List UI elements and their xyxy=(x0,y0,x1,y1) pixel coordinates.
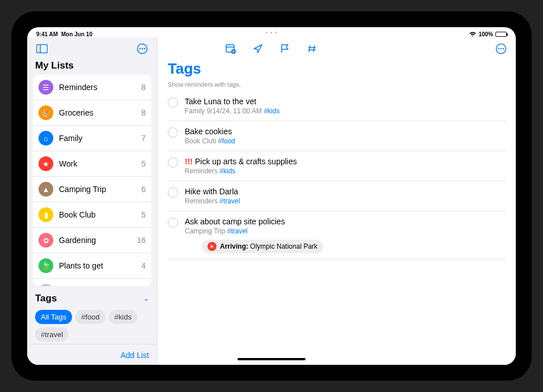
list-count: 4 xyxy=(141,261,146,270)
complete-radio[interactable] xyxy=(168,127,178,138)
location-pin-icon: ➤ xyxy=(207,242,217,251)
sidebar: My Lists ☰ Reminders 8 🧺 Groceries 8 ⌂ F… xyxy=(27,37,158,365)
sidebar-list-item[interactable]: ☰ Reminders 8 xyxy=(33,75,151,100)
sidebar-list-item[interactable]: ▮ Book Club 5 xyxy=(33,202,151,228)
complete-radio[interactable] xyxy=(168,97,178,108)
reminder-title: Bake cookies xyxy=(185,127,506,136)
reminder-subtitle: Camping Trip #travel xyxy=(185,227,506,235)
home-indicator[interactable] xyxy=(237,358,306,360)
chevron-down-icon[interactable]: ⌄ xyxy=(143,295,149,302)
list-icon: ⌂ xyxy=(39,131,53,146)
list-name: Reminders xyxy=(59,83,141,92)
reminder-title: Ask about camp site policies xyxy=(185,217,506,226)
complete-radio[interactable] xyxy=(168,188,178,198)
status-time: 9:41 AM xyxy=(36,31,58,37)
reminder-tag[interactable]: #travel xyxy=(227,227,248,235)
tag-chip[interactable]: #food xyxy=(75,310,105,324)
list-count: 8 xyxy=(141,83,146,92)
more-options-icon[interactable] xyxy=(494,42,508,56)
complete-radio[interactable] xyxy=(168,157,178,168)
tag-chip[interactable]: #kids xyxy=(109,310,137,324)
reminder-tag[interactable]: #kids xyxy=(264,107,279,115)
list-name: Groceries xyxy=(59,108,141,117)
sidebar-section-title: My Lists xyxy=(27,58,157,75)
tag-chip[interactable]: All Tags xyxy=(35,310,72,324)
list-icon: ▲ xyxy=(39,182,53,197)
reminder-tag[interactable]: #food xyxy=(218,137,235,145)
more-options-icon[interactable] xyxy=(135,42,149,56)
arriving-badge: ➤ Arriving: Olympic National Park xyxy=(202,240,323,253)
sidebar-list-item[interactable]: 🧺 Groceries 8 xyxy=(33,100,151,126)
tags-section-title: Tags xyxy=(35,293,57,304)
list-count: 6 xyxy=(141,185,146,194)
sidebar-list-item[interactable]: 🍃 Plants to get 4 xyxy=(33,253,151,279)
list-icon: 🧺 xyxy=(39,105,53,120)
reminder-item[interactable]: Bake cookies Book Club #food xyxy=(168,121,506,151)
page-title: Tags xyxy=(158,58,516,78)
list-icon: ▮ xyxy=(39,207,53,222)
sidebar-list-item[interactable]: ⌂ Family 7 xyxy=(33,126,151,151)
reminder-subtitle: Book Club #food xyxy=(185,137,506,145)
list-count: 5 xyxy=(141,210,146,219)
sidebar-list-item[interactable]: ✿ Gardening 16 xyxy=(33,228,151,253)
svg-point-4 xyxy=(142,48,143,49)
sidebar-list-item[interactable]: ▲ Camping Trip 6 xyxy=(33,177,151,202)
reminder-title: Hike with Darla xyxy=(185,187,506,196)
location-icon[interactable] xyxy=(251,42,265,56)
reminder-tag[interactable]: #travel xyxy=(219,197,240,205)
svg-point-10 xyxy=(498,48,499,49)
svg-point-3 xyxy=(139,48,141,49)
flag-icon[interactable] xyxy=(278,42,292,56)
list-name: Gardening xyxy=(59,236,137,245)
reminder-title: Take Luna to the vet xyxy=(185,97,506,106)
hashtag-icon[interactable] xyxy=(306,42,319,56)
reminder-subtitle: Family 9/14/24, 11:00 AM #kids xyxy=(185,107,506,115)
sidebar-list-item[interactable]: 🗑 Recently Deleted 14 xyxy=(33,279,151,286)
reminder-tag[interactable]: #kids xyxy=(219,167,235,175)
svg-point-11 xyxy=(500,48,502,49)
battery-icon xyxy=(495,32,507,37)
list-count: 7 xyxy=(141,134,146,143)
list-count: 16 xyxy=(137,236,146,245)
main-panel: Tags Show reminders with tags. Take Luna… xyxy=(158,37,516,365)
list-name: Book Club xyxy=(59,210,141,219)
list-count: 8 xyxy=(141,108,146,117)
list-icon: ✿ xyxy=(39,233,53,248)
svg-rect-0 xyxy=(37,45,48,53)
svg-point-12 xyxy=(503,48,504,49)
reminder-subtitle: Reminders #kids xyxy=(185,167,506,175)
reminder-item[interactable]: Hike with Darla Reminders #travel xyxy=(168,181,506,211)
priority-indicator: !!! xyxy=(185,157,193,166)
reminder-title: !!! Pick up arts & crafts supplies xyxy=(185,157,506,166)
reminder-item[interactable]: Take Luna to the vet Family 9/14/24, 11:… xyxy=(168,91,506,121)
complete-radio[interactable] xyxy=(168,218,178,228)
list-icon: ★ xyxy=(39,156,53,171)
add-list-button[interactable]: Add List xyxy=(120,351,149,360)
list-name: Family xyxy=(59,134,141,143)
sidebar-toggle-icon[interactable] xyxy=(35,42,49,56)
sidebar-list-item[interactable]: ★ Work 5 xyxy=(33,151,151,177)
list-icon: 🍃 xyxy=(39,258,53,273)
tag-chip[interactable]: #travel xyxy=(35,327,69,342)
list-name: Plants to get xyxy=(59,261,141,270)
window-grabber[interactable]: • • • xyxy=(265,29,277,36)
battery-percent: 100% xyxy=(478,31,493,37)
list-name: Camping Trip xyxy=(59,185,141,194)
page-subtitle: Show reminders with tags. xyxy=(158,78,516,91)
reminder-subtitle: Reminders #travel xyxy=(185,197,506,205)
reminder-item[interactable]: Ask about camp site policies Camping Tri… xyxy=(168,211,506,259)
list-count: 5 xyxy=(141,159,146,168)
status-date: Mon Jun 10 xyxy=(61,31,92,37)
list-name: Work xyxy=(59,159,141,168)
reminder-item[interactable]: !!! Pick up arts & crafts supplies Remin… xyxy=(168,151,506,181)
wifi-icon xyxy=(469,32,476,37)
calendar-add-icon[interactable] xyxy=(224,42,237,56)
list-icon: ☰ xyxy=(39,80,53,95)
svg-point-5 xyxy=(144,48,145,49)
